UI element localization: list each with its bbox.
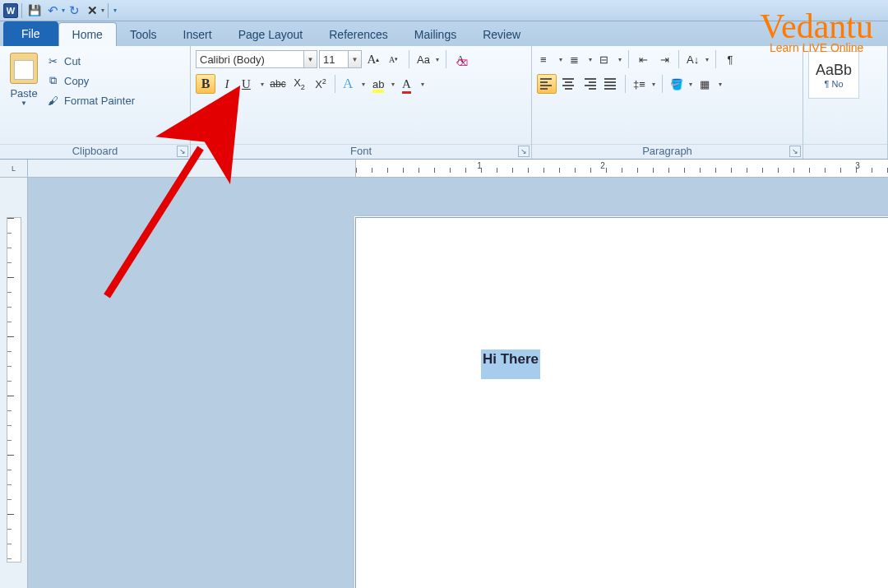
tab-mailings[interactable]: Mailings bbox=[401, 23, 469, 46]
horizontal-ruler[interactable]: 1 2 3 bbox=[355, 160, 888, 177]
bold-button[interactable]: B bbox=[196, 74, 215, 94]
italic-button[interactable]: I bbox=[217, 74, 237, 94]
align-left-button[interactable] bbox=[537, 74, 557, 94]
format-painter-label: Format Painter bbox=[64, 95, 135, 107]
word-app-icon: W bbox=[3, 3, 18, 18]
change-case-button[interactable]: Aa bbox=[414, 49, 442, 69]
tab-tools[interactable]: Tools bbox=[117, 23, 170, 46]
highlight-icon: ab bbox=[372, 78, 384, 90]
borders-button[interactable]: ▦ bbox=[696, 74, 724, 94]
close-dropdown[interactable]: ▾ bbox=[101, 7, 104, 14]
undo-button[interactable]: ↶ bbox=[44, 2, 61, 19]
italic-icon: I bbox=[225, 77, 229, 91]
paintbrush-icon: 🖌 bbox=[46, 94, 59, 107]
shrink-font-icon: A bbox=[389, 55, 395, 64]
title-bar: W 💾 ↶ ▾ ↻ ✕ ▾ ▾ bbox=[0, 0, 888, 21]
ribbon-tabs: File Home Tools Insert Page Layout Refer… bbox=[0, 21, 888, 46]
tab-review[interactable]: Review bbox=[469, 23, 534, 46]
justify-button[interactable] bbox=[601, 74, 621, 94]
document-workspace: Hi There bbox=[28, 178, 888, 588]
shading-button[interactable]: 🪣 bbox=[667, 74, 695, 94]
close-button[interactable]: ✕ bbox=[84, 2, 100, 19]
subscript-button[interactable]: X2 bbox=[289, 74, 309, 94]
increase-indent-button[interactable]: ⇥ bbox=[654, 49, 674, 69]
horizontal-ruler-row: L 1 2 3 bbox=[0, 160, 888, 178]
sort-icon: A↓ bbox=[687, 53, 699, 66]
copy-button[interactable]: ⧉ Copy bbox=[46, 74, 135, 87]
font-dialog-launcher[interactable]: ↘ bbox=[518, 146, 530, 157]
multilevel-list-button[interactable]: ⊟ bbox=[596, 49, 624, 69]
text-effects-button[interactable]: A bbox=[340, 74, 368, 94]
superscript-button[interactable]: X2 bbox=[311, 74, 331, 94]
cut-label: Cut bbox=[64, 55, 81, 67]
tab-page-layout[interactable]: Page Layout bbox=[225, 23, 317, 46]
line-spacing-button[interactable]: ‡≡ bbox=[630, 74, 658, 94]
copy-label: Copy bbox=[64, 75, 89, 87]
paint-bucket-icon: 🪣 bbox=[670, 78, 683, 90]
underline-button[interactable]: U bbox=[238, 74, 266, 94]
paste-icon bbox=[10, 53, 38, 84]
clear-formatting-button[interactable]: A⌫ bbox=[451, 49, 470, 69]
tab-file[interactable]: File bbox=[3, 21, 58, 46]
sort-button[interactable]: A↓ bbox=[683, 49, 711, 69]
document-page[interactable]: Hi There bbox=[355, 217, 888, 588]
multilevel-icon: ⊟ bbox=[599, 53, 608, 66]
paste-button[interactable]: Paste ▼ bbox=[5, 49, 43, 107]
line-spacing-icon: ‡≡ bbox=[633, 78, 645, 90]
grow-font-icon: A bbox=[368, 53, 377, 67]
bullets-icon: ≡ bbox=[540, 53, 547, 66]
logo-tagline: Learn LIVE Online bbox=[760, 41, 873, 54]
tab-insert[interactable]: Insert bbox=[170, 23, 225, 46]
font-family-combo[interactable]: Calibri (Body)▼ bbox=[196, 50, 317, 68]
save-button[interactable]: 💾 bbox=[26, 2, 43, 19]
font-color-button[interactable]: A bbox=[399, 74, 427, 94]
numbering-icon: ≣ bbox=[570, 53, 579, 66]
outdent-icon: ⇤ bbox=[639, 53, 648, 66]
undo-dropdown[interactable]: ▾ bbox=[62, 7, 65, 14]
group-paragraph: ≡ ≣ ⊟ ⇤ ⇥ A↓ ¶ ‡≡ 🪣 ▦ bbox=[532, 46, 803, 159]
paragraph-dialog-launcher[interactable]: ↘ bbox=[789, 146, 801, 157]
tab-references[interactable]: References bbox=[316, 23, 401, 46]
group-label-styles bbox=[803, 144, 887, 159]
show-marks-button[interactable]: ¶ bbox=[720, 49, 740, 69]
paste-dropdown-icon[interactable]: ▼ bbox=[21, 100, 27, 107]
cut-button[interactable]: ✂ Cut bbox=[46, 54, 135, 67]
group-label-font: Font ↘ bbox=[191, 144, 531, 159]
pilcrow-icon: ¶ bbox=[728, 53, 733, 66]
copy-icon: ⧉ bbox=[46, 74, 59, 87]
format-painter-button[interactable]: 🖌 Format Painter bbox=[46, 94, 135, 107]
decrease-indent-button[interactable]: ⇤ bbox=[633, 49, 653, 69]
grow-font-button[interactable]: A▴ bbox=[363, 49, 383, 69]
superscript-icon: X2 bbox=[315, 77, 326, 90]
vertical-ruler[interactable] bbox=[7, 217, 21, 563]
strikethrough-icon: abc bbox=[270, 78, 285, 90]
align-center-button[interactable] bbox=[558, 74, 578, 94]
underline-icon: U bbox=[242, 77, 251, 91]
scissors-icon: ✂ bbox=[46, 54, 59, 67]
group-font: Calibri (Body)▼ 11▼ A▴ A▾ Aa A⌫ B I U ab… bbox=[191, 46, 532, 159]
group-label-paragraph: Paragraph ↘ bbox=[532, 144, 802, 159]
undo-icon: ↶ bbox=[48, 3, 58, 18]
bold-icon: B bbox=[201, 76, 210, 91]
group-clipboard: Paste ▼ ✂ Cut ⧉ Copy 🖌 Format Painter Cl… bbox=[0, 46, 191, 159]
style-normal-tile[interactable]: AaBb ¶ No bbox=[808, 51, 859, 99]
redo-button[interactable]: ↻ bbox=[66, 2, 82, 19]
justify-icon bbox=[604, 78, 617, 90]
style-name: ¶ No bbox=[824, 79, 843, 89]
qat-customize-dropdown[interactable]: ▾ bbox=[113, 7, 117, 14]
align-right-button[interactable] bbox=[580, 74, 599, 94]
vertical-ruler-col bbox=[0, 178, 28, 588]
numbering-button[interactable]: ≣ bbox=[567, 49, 594, 69]
highlight-button[interactable]: ab bbox=[369, 74, 397, 94]
selected-text[interactable]: Hi There bbox=[481, 350, 540, 379]
font-size-combo[interactable]: 11▼ bbox=[319, 50, 362, 68]
shrink-font-button[interactable]: A▾ bbox=[385, 49, 405, 69]
ribbon: Paste ▼ ✂ Cut ⧉ Copy 🖌 Format Painter Cl… bbox=[0, 46, 888, 160]
group-label-clipboard: Clipboard ↘ bbox=[0, 144, 190, 159]
bullets-button[interactable]: ≡ bbox=[537, 49, 565, 69]
tab-home[interactable]: Home bbox=[58, 22, 117, 46]
clipboard-dialog-launcher[interactable]: ↘ bbox=[177, 146, 188, 157]
tab-selector[interactable]: L bbox=[0, 160, 28, 178]
strikethrough-button[interactable]: abc bbox=[268, 74, 288, 94]
indent-icon: ⇥ bbox=[660, 53, 669, 66]
